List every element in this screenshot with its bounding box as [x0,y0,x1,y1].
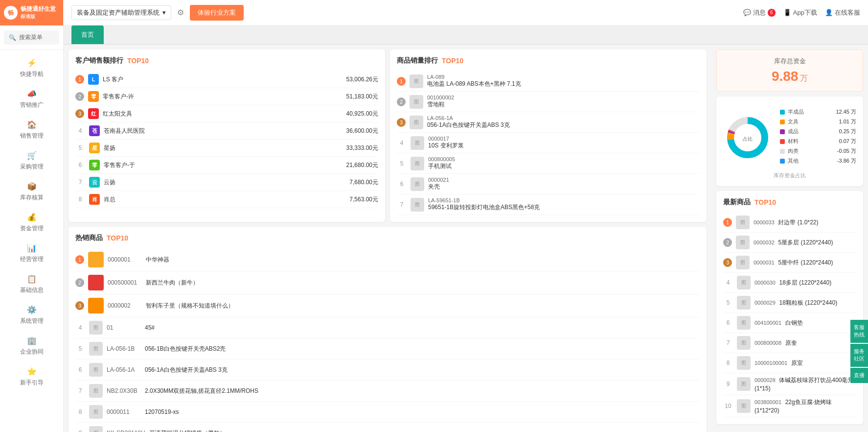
tab-home[interactable]: 首页 [71,25,104,44]
quick-nav-icon: ⚡ [26,57,37,68]
product-name: 056-1A白色按键开关盖ABS 3克 [427,121,700,129]
service-community-button[interactable]: 服务社区 [850,344,868,367]
product-image: 图 [737,296,751,310]
new-prod-row: 7 图 000800008 原奎 [723,333,856,353]
legend-item: 其他 -3.86 万 [780,157,856,165]
sidebar-item-finance[interactable]: 💰 资金管理 [0,207,63,238]
product-code: LA-056-1A [427,115,700,121]
rank-name: 红太阳文具 [103,110,343,118]
rank-number: 6 [75,162,85,168]
hot-prod-row: 1 0000001 中华神器 [75,248,700,271]
sales-icon: 🏠 [26,119,37,130]
sidebar-item-quick-nav[interactable]: ⚡ 快捷导航 [0,52,63,83]
product-name: 10S 变利罗浆 [428,142,700,150]
legend-item: 半成品 12.45 万 [780,108,856,116]
sidebar-item-sales[interactable]: 🏠 销售管理 [0,114,63,145]
new-prod-row: 1 图 0000033 封边带 (1.0*22) [723,213,856,233]
rank-number: 7 [723,339,733,346]
sidebar-menu: ⚡ 快捷导航 📣 营销推广 🏠 销售管理 🛒 采购管理 📦 库存核算 💰 资金管… [0,50,63,432]
product-name: 封边带 (1.0*22) [778,219,818,226]
customer-rank-title: 客户销售额排行 TOP10 [75,56,378,65]
rank-number: 3 [723,258,732,267]
sidebar-item-inventory[interactable]: 📦 库存核算 [0,176,63,207]
product-image: 图 [737,276,751,289]
customer-service-hotline-button[interactable]: 客服热线 [850,320,868,343]
rank-row: 5 图 000800005 手机测试 [397,153,700,174]
rank-row: 4 苍 苍南县人民医院 36,600.00元 [75,122,378,140]
logo-icon: 畅 [4,6,18,20]
logo-title: 畅捷通好生意 [21,5,56,13]
sidebar-item-basic[interactable]: 📋 基础信息 [0,268,63,299]
rank-number: 3 [75,301,84,310]
product-code: 0000031 [754,260,775,265]
product-name: 雪地鞋 [427,100,700,109]
rank-number: 10 [723,403,733,409]
product-name: 白钢垫 [785,319,803,326]
rank-value: 21,680.00元 [346,161,378,169]
legend-dot [780,139,785,144]
system-selector[interactable]: 装备及固定资产辅助管理系统 ▾ [71,5,171,20]
rank-value: 7,680.00元 [349,178,378,187]
rank-row: 7 云 云扬 7,680.00元 [75,174,378,191]
inventory-total-unit: 万 [800,74,808,82]
rank-avatar: 红 [88,108,99,119]
new-prod-row: 2 图 0000032 5厘多层 (1220*2440) [723,233,856,253]
rank-name: 零售客户-于 [104,161,343,169]
rank-avatar: L [88,74,99,85]
app-download-button[interactable]: 📱 App下载 [783,8,817,17]
rank-row: 7 图 LA-59651-1B 59651-1B旋转投影灯电池盒ABS黑色+58… [397,194,700,215]
customer-rank-card: 客户销售额排行 TOP10 1 L LS 客户 53,006.26元 2 [69,49,385,222]
new-prod-row: 8 图 10000100001 原室 [723,353,856,373]
rank-name: 星扬 [104,144,343,152]
search-menu-button[interactable]: 🔍 搜索菜单 [4,30,59,45]
trial-button[interactable]: 体验行业方案 [190,5,244,21]
live-streaming-button[interactable]: 直播 [850,368,868,383]
product-image: 图 [737,399,751,413]
product-code: 004100001 [754,320,781,326]
sidebar-item-guide[interactable]: ⭐ 新手引导 [0,361,63,392]
inventory-icon: 📦 [26,181,37,192]
message-button[interactable]: 💬 消息 6 [743,8,776,17]
product-image [88,275,104,290]
rank-number: 1 [75,255,84,264]
product-image: 图 [89,405,103,419]
new-prod-row: 5 图 0000029 18颗粒板 (1220*2440) [723,293,856,313]
rank-name: 零售客户-许 [103,93,343,101]
rank-row: 1 L LS 客户 53,006.26元 [75,71,378,88]
product-image: 图 [737,336,751,350]
hot-prod-row: 9 图 KK-SD22110H 花语萌恒温分罐罐袋（厚款） [75,423,700,432]
rank-name: 苍南县人民医院 [104,127,343,135]
product-image: 图 [89,363,103,377]
product-image: 图 [89,321,103,335]
product-image: 图 [411,157,424,170]
settings-icon[interactable]: ⚙ [177,8,184,17]
rank-number: 1 [75,75,84,84]
rank-number: 2 [75,92,84,101]
product-image: 图 [410,95,423,109]
product-name: 5厘中纤 (1220*2440) [778,259,833,266]
product-image: 图 [736,236,750,249]
system-selector-label: 装备及固定资产辅助管理系统 [77,8,160,17]
product-image: 图 [411,198,424,212]
basic-icon: 📋 [26,273,37,284]
product-code: 0000028 [754,377,776,383]
hot-prod-row: 5 图 LA-056-1B 056-1B白色按键开关壳ABS2壳 [75,338,700,360]
sidebar-item-marketing[interactable]: 📣 营销推广 [0,83,63,114]
new-prod-row: 4 图 0000030 18多层 (1220*2440) [723,273,856,293]
rank-number: 3 [75,109,84,118]
sidebar-item-purchase[interactable]: 🛒 采购管理 [0,145,63,176]
rank-row: 3 红 红太阳文具 40,925.00元 [75,105,378,122]
topbar: 装备及固定资产辅助管理系统 ▾ ⚙ 体验行业方案 💬 消息 6 📱 App下载 … [64,0,868,25]
product-name: 5厘多层 (1220*2440) [778,239,833,246]
legend-item: 成品 0.25 万 [780,128,856,135]
product-name: 18颗粒板 (1220*2440) [779,299,837,306]
rank-number: 9 [723,381,733,387]
svg-text:占比: 占比 [743,136,753,142]
rank-number: 4 [723,279,733,286]
sidebar-item-operations[interactable]: 📊 经营管理 [0,238,63,268]
sidebar-item-corp[interactable]: 🏢 企业协同 [0,330,63,361]
online-service-button[interactable]: 👤 在线客服 [825,8,860,17]
hot-prod-row: 8 图 0000011 12070519-xs [75,402,700,423]
sidebar-item-system[interactable]: ⚙️ 系统管理 [0,299,63,330]
panel-middle: 客户销售额排行 TOP10 1 L LS 客户 53,006.26元 2 [64,45,711,432]
